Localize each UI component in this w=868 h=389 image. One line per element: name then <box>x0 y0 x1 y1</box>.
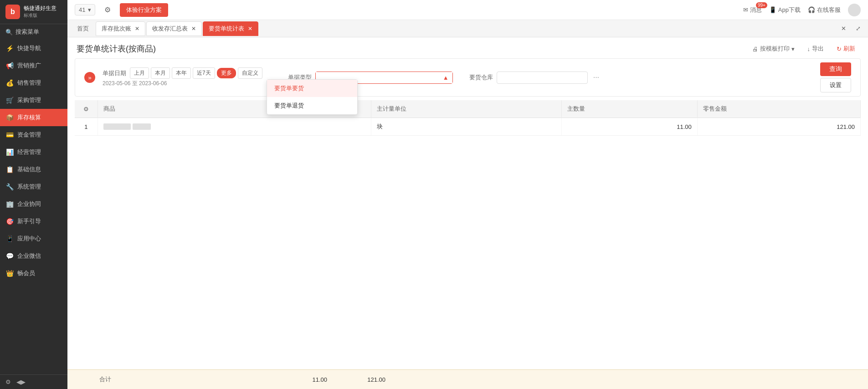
filter-date-group: 单据日期 上月 本月 本年 近7天 更多 自定义 2023-05-06 至 20… <box>103 67 262 87</box>
sidebar-item-enterprise[interactable]: 🏢 企业协同 <box>0 195 67 213</box>
sidebar-item-quick-nav[interactable]: ⚡ 快捷导航 <box>0 40 67 57</box>
tabs-right: ✕ ⤢ <box>837 22 864 35</box>
print-btn[interactable]: 🖨 按模板打印 ▾ <box>749 43 798 55</box>
inventory-icon: 📦 <box>5 113 14 122</box>
tab-close-icon[interactable]: ✕ <box>135 26 139 32</box>
dropdown-option-order-return[interactable]: 要货单退货 <box>267 97 357 114</box>
print-icon: 🖨 <box>752 46 758 52</box>
sidebar: b 畅捷通好生意 标准版 🔍 搜索菜单 ⚡ 快捷导航 📢 营销推广 💰 销售管理… <box>0 0 67 389</box>
date-btn-last-7days[interactable]: 近7天 <box>193 67 215 79</box>
trial-btn[interactable]: 体验行业方案 <box>120 3 168 17</box>
date-filter-label: 单据日期 <box>103 69 126 77</box>
query-btn[interactable]: 查询 <box>820 62 851 76</box>
tab-close-icon[interactable]: ✕ <box>248 26 252 32</box>
sidebar-item-label: 基础信息 <box>17 165 41 174</box>
finance-icon: 💳 <box>5 131 14 139</box>
data-table: ⚙ 商品 主计量单位 主数量 零售金额 1 <box>75 100 861 136</box>
topbar-settings-icon[interactable]: ⚙ <box>101 3 114 17</box>
tab-label: 要货单统计表 <box>209 25 244 33</box>
store-name: 41 <box>79 6 85 13</box>
app-download-btn[interactable]: 📱 App下载 <box>769 6 801 14</box>
sidebar-item-operation[interactable]: 📊 经营管理 <box>0 143 67 161</box>
app-icon: 📱 <box>769 6 776 13</box>
store-selector[interactable]: 41 ▾ <box>75 4 95 15</box>
sidebar-item-label: 系统管理 <box>17 183 41 191</box>
sidebar-item-purchase[interactable]: 🛒 采购管理 <box>0 92 67 109</box>
col-unit: 主计量单位 <box>371 100 562 118</box>
date-btn-this-year[interactable]: 本年 <box>172 67 191 79</box>
sidebar-item-label: 经营管理 <box>17 148 41 156</box>
col-settings[interactable]: ⚙ <box>75 100 98 118</box>
store-chevron-icon: ▾ <box>88 6 91 13</box>
print-label: 按模板打印 <box>760 45 790 53</box>
date-btn-custom[interactable]: 自定义 <box>238 67 262 79</box>
date-btn-this-month[interactable]: 本月 <box>151 67 170 79</box>
dropdown-option-label: 要货单要货 <box>274 85 304 92</box>
settings-icon[interactable]: ⚙ <box>5 379 11 385</box>
dropdown-option-label: 要货单退货 <box>274 102 304 109</box>
date-btn-last-month[interactable]: 上月 <box>130 67 149 79</box>
sidebar-item-label: 企业协同 <box>17 200 41 208</box>
service-btn[interactable]: 🎧 在线客服 <box>808 6 841 14</box>
date-btn-more[interactable]: 更多 <box>217 68 236 78</box>
refresh-label: 刷新 <box>843 45 855 53</box>
sidebar-item-guide[interactable]: 🎯 新手引导 <box>0 213 67 230</box>
footer-amount: 121.00 <box>340 376 385 383</box>
warehouse-filter-input[interactable] <box>497 72 588 84</box>
collapse-icon[interactable]: ◀▶ <box>16 379 26 385</box>
sidebar-item-apps[interactable]: 📱 应用中心 <box>0 230 67 247</box>
tab-home[interactable]: 首页 <box>71 21 95 36</box>
tab-maximize-btn[interactable]: ⤢ <box>852 22 864 35</box>
guide-icon: 🎯 <box>5 217 14 225</box>
brand-sub: 标准版 <box>24 12 56 19</box>
message-badge: 99+ <box>756 2 767 8</box>
sidebar-item-inventory[interactable]: 📦 库存核算 <box>0 109 67 126</box>
search-icon: 🔍 <box>5 29 13 36</box>
sidebar-item-basic[interactable]: 📋 基础信息 <box>0 161 67 178</box>
app-label: App下载 <box>778 6 801 14</box>
wechat-icon: 💬 <box>5 252 14 260</box>
purchase-icon: 🛒 <box>5 96 14 104</box>
tab-inventory-batch[interactable]: 库存批次账 ✕ <box>96 21 145 36</box>
apps-icon: 📱 <box>5 235 14 243</box>
type-chevron-icon[interactable]: ▲ <box>443 74 449 81</box>
sidebar-search[interactable]: 🔍 搜索菜单 <box>0 24 67 40</box>
sidebar-item-label: 采购管理 <box>17 96 41 104</box>
sidebar-item-label: 畅会员 <box>17 269 35 277</box>
tab-receive-summary[interactable]: 收发存汇总表 ✕ <box>146 21 202 36</box>
sidebar-nav: ⚡ 快捷导航 📢 营销推广 💰 销售管理 🛒 采购管理 📦 库存核算 💳 资金管… <box>0 40 67 374</box>
marketing-icon: 📢 <box>5 61 14 70</box>
tab-close-all-btn[interactable]: ✕ <box>837 22 850 35</box>
main-content: 41 ▾ ⚙ 体验行业方案 ✉ 消息 99+ 📱 App下载 🎧 在线客服 <box>67 0 868 389</box>
warehouse-filter-label: 要货仓库 <box>469 73 493 82</box>
system-icon: 🔧 <box>5 183 14 191</box>
tab-close-icon[interactable]: ✕ <box>191 26 196 32</box>
sidebar-item-marketing[interactable]: 📢 营销推广 <box>0 57 67 74</box>
tab-order-summary[interactable]: 要货单统计表 ✕ <box>203 21 258 36</box>
expand-filter-btn[interactable]: » <box>84 72 95 83</box>
refresh-btn[interactable]: ↻ 刷新 <box>833 43 859 55</box>
table-row: 1 块 11.00 121.00 <box>75 118 861 136</box>
sidebar-footer: ⚙ ◀▶ <box>0 374 67 389</box>
page-actions: 🖨 按模板打印 ▾ ↓ 导出 ↻ 刷新 <box>749 43 859 55</box>
enterprise-icon: 🏢 <box>5 200 14 208</box>
sidebar-item-label: 库存核算 <box>17 113 41 122</box>
sidebar-item-system[interactable]: 🔧 系统管理 <box>0 178 67 195</box>
sidebar-item-finance[interactable]: 💳 资金管理 <box>0 126 67 143</box>
filter-more-btn[interactable]: ··· <box>593 73 599 82</box>
sidebar-item-sales[interactable]: 💰 销售管理 <box>0 74 67 92</box>
col-amount: 零售金额 <box>697 100 860 118</box>
tab-label: 首页 <box>77 25 89 33</box>
dropdown-option-order-goods[interactable]: 要货单要货 <box>267 80 357 97</box>
date-range-display: 2023-05-06 至 2023-06-06 <box>103 80 262 87</box>
user-avatar[interactable] <box>848 4 861 16</box>
table-header-row: ⚙ 商品 主计量单位 主数量 零售金额 <box>75 100 861 118</box>
row-num: 1 <box>75 118 98 136</box>
export-btn[interactable]: ↓ 导出 <box>804 43 828 55</box>
message-btn[interactable]: ✉ 消息 99+ <box>743 6 762 14</box>
sidebar-item-wechat[interactable]: 💬 企业微信 <box>0 247 67 265</box>
brand-name: 畅捷通好生意 <box>24 5 56 12</box>
table-footer: 合计 11.00 121.00 <box>67 369 868 389</box>
settings-btn[interactable]: 设置 <box>820 78 851 92</box>
sidebar-item-member[interactable]: 👑 畅会员 <box>0 265 67 282</box>
